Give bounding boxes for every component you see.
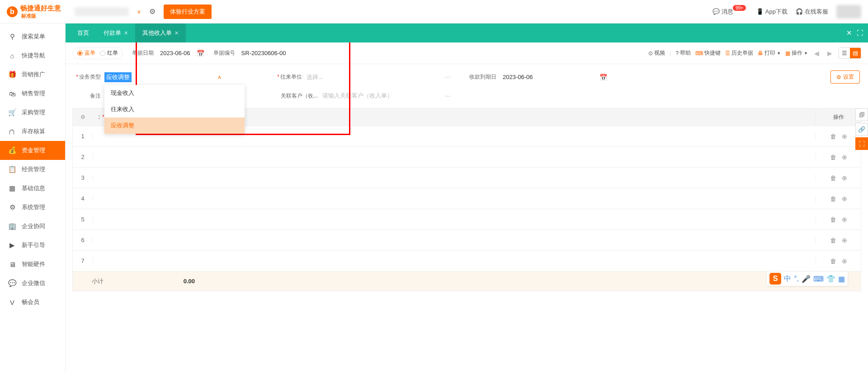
edge-note-icon[interactable]: 🗐 bbox=[855, 108, 868, 121]
sidebar-label: 畅会员 bbox=[22, 298, 39, 306]
ime-keyboard-icon[interactable]: ⌨ bbox=[813, 275, 824, 283]
sidebar-icon: ▦ bbox=[8, 184, 16, 192]
sidebar-item-8[interactable]: ▦基础信息 bbox=[0, 179, 65, 198]
table-row[interactable]: 7🗑⊕ bbox=[72, 251, 861, 271]
table-settings-icon[interactable]: ⚙ bbox=[73, 114, 93, 120]
related-customer-more-icon[interactable]: ⋯ bbox=[445, 93, 451, 99]
delete-icon[interactable]: 🗑 bbox=[830, 257, 836, 265]
calendar-icon[interactable]: 📅 bbox=[599, 74, 607, 81]
partner-more-icon[interactable]: ⋯ bbox=[445, 74, 451, 80]
dropdown-option-0[interactable]: 现金收入 bbox=[104, 85, 245, 101]
message-link[interactable]: 💬 消息 99+ bbox=[712, 8, 748, 16]
delete-icon[interactable]: 🗑 bbox=[830, 216, 836, 223]
delete-icon[interactable]: 🗑 bbox=[830, 237, 836, 244]
cta-button[interactable]: 体验行业方案 bbox=[164, 5, 212, 19]
copy-icon[interactable]: ⊕ bbox=[842, 154, 847, 161]
sidebar-item-1[interactable]: ⌂快捷导航 bbox=[0, 46, 65, 65]
table-row[interactable]: 4🗑⊕ bbox=[72, 188, 861, 209]
calendar-icon[interactable]: 📅 bbox=[197, 50, 204, 57]
sidebar-icon: V bbox=[8, 299, 16, 306]
shortcut-link[interactable]: ⌨快捷键 bbox=[695, 49, 721, 57]
ime-lang-icon[interactable]: 中 bbox=[784, 274, 791, 284]
dropdown-option-1[interactable]: 往来收入 bbox=[104, 101, 245, 117]
biz-type-select[interactable]: 应收调整 ∧ 现金收入往来收入应收调整 bbox=[104, 72, 222, 82]
sidebar-icon: ⚲ bbox=[8, 33, 16, 41]
table-row[interactable]: 2🗑⊕ bbox=[72, 147, 861, 168]
row-number: 1 bbox=[73, 133, 93, 140]
copy-icon[interactable]: ⊕ bbox=[842, 195, 847, 202]
sidebar-item-6[interactable]: 💰资金管理 bbox=[0, 141, 65, 160]
sidebar-label: 系统管理 bbox=[22, 203, 45, 211]
sidebar-item-12[interactable]: 🖥智能硬件 bbox=[0, 255, 65, 274]
close-icon[interactable]: ✕ bbox=[124, 30, 128, 36]
table-row[interactable]: 3🗑⊕ bbox=[72, 168, 861, 188]
delete-icon[interactable]: 🗑 bbox=[830, 133, 836, 140]
ime-menu-icon[interactable]: ▦ bbox=[838, 275, 845, 283]
tab-0[interactable]: 首页 bbox=[70, 23, 96, 42]
next-doc-icon[interactable]: ▶ bbox=[826, 50, 834, 57]
radio-blue[interactable]: 蓝单 bbox=[77, 49, 95, 57]
sidebar-icon: 🛍 bbox=[8, 90, 16, 98]
sidebar-item-4[interactable]: 🛒采购管理 bbox=[0, 103, 65, 122]
edge-link-icon[interactable]: 🔗 bbox=[855, 123, 868, 136]
gear-icon: ⚙ bbox=[836, 74, 841, 80]
related-customer-input[interactable] bbox=[321, 90, 430, 102]
ime-logo-icon[interactable]: S bbox=[769, 273, 781, 285]
settings-button[interactable]: ⚙设置 bbox=[830, 70, 860, 84]
tab-expand-icon[interactable]: ⛶ bbox=[857, 29, 863, 37]
operation-link[interactable]: ▦操作▼ bbox=[785, 49, 808, 57]
sidebar-item-9[interactable]: ⚙系统管理 bbox=[0, 198, 65, 217]
delete-icon[interactable]: 🗑 bbox=[830, 195, 836, 202]
edge-expand-icon[interactable]: ⛶ bbox=[855, 137, 868, 150]
tab-1[interactable]: 付款单✕ bbox=[96, 23, 135, 42]
radio-red[interactable]: 红单 bbox=[100, 49, 118, 57]
table-row[interactable]: 6🗑⊕ bbox=[72, 230, 861, 251]
view-grid-icon[interactable]: ▤ bbox=[850, 48, 861, 58]
sidebar-item-3[interactable]: 🛍销售管理 bbox=[0, 84, 65, 103]
row-number: 7 bbox=[73, 257, 93, 264]
print-link[interactable]: 🖶打印▼ bbox=[758, 49, 781, 57]
copy-icon[interactable]: ⊕ bbox=[842, 237, 847, 244]
sidebar-item-2[interactable]: 🎁营销推广 bbox=[0, 65, 65, 84]
view-list-icon[interactable]: ☰ bbox=[839, 48, 850, 58]
tab-2[interactable]: 其他收入单✕ bbox=[135, 23, 186, 42]
sidebar-item-11[interactable]: ▶新手引导 bbox=[0, 236, 65, 255]
copy-icon[interactable]: ⊕ bbox=[842, 174, 847, 182]
dropdown-option-2[interactable]: 应收调整 bbox=[104, 117, 245, 134]
table-row[interactable]: 5🗑⊕ bbox=[72, 209, 861, 230]
view-toggle: ☰ ▤ bbox=[839, 47, 861, 59]
copy-icon[interactable]: ⊕ bbox=[842, 257, 847, 265]
doc-date-value[interactable]: 2023-06-06 bbox=[160, 50, 190, 56]
org-name-blurred bbox=[75, 7, 129, 16]
ime-skin-icon[interactable]: 👕 bbox=[826, 275, 835, 283]
sidebar-item-14[interactable]: V畅会员 bbox=[0, 293, 65, 312]
user-avatar-blurred[interactable] bbox=[836, 5, 861, 19]
tab-close-all-icon[interactable]: ✕ bbox=[846, 29, 852, 37]
document-toolbar: 蓝单 红单 单据日期 2023-06-06 📅 单据编号 SR-20230606… bbox=[66, 42, 868, 64]
copy-icon[interactable]: ⊕ bbox=[842, 216, 847, 223]
history-link[interactable]: ☰历史单据 bbox=[725, 49, 753, 57]
delete-icon[interactable]: 🗑 bbox=[830, 154, 836, 161]
biz-type-label: *业务类型 bbox=[74, 73, 101, 81]
video-link[interactable]: ⊙视频 bbox=[648, 49, 665, 57]
close-icon[interactable]: ✕ bbox=[175, 30, 179, 36]
sidebar-item-10[interactable]: 🏢企业协同 bbox=[0, 217, 65, 236]
chevron-up-icon[interactable]: ∧ bbox=[217, 74, 222, 80]
sidebar-item-5[interactable]: ⛫库存核算 bbox=[0, 122, 65, 141]
due-date-value[interactable]: 2023-06-06 bbox=[503, 74, 533, 80]
settings-icon[interactable]: ⚙ bbox=[149, 7, 156, 16]
app-download-link[interactable]: 📱 App下载 bbox=[756, 8, 788, 16]
help-link[interactable]: ?帮助 bbox=[675, 49, 691, 57]
prev-doc-icon[interactable]: ◀ bbox=[812, 50, 821, 57]
sidebar-item-13[interactable]: 💬企业微信 bbox=[0, 274, 65, 293]
partner-input[interactable] bbox=[306, 71, 423, 83]
ime-punct-icon[interactable]: °, bbox=[794, 275, 799, 283]
online-service-link[interactable]: 🎧 在线客服 bbox=[796, 8, 828, 16]
delete-icon[interactable]: 🗑 bbox=[830, 174, 836, 182]
sidebar-item-7[interactable]: 📋经营管理 bbox=[0, 160, 65, 179]
sidebar-label: 企业协同 bbox=[22, 222, 45, 230]
sidebar-item-0[interactable]: ⚲搜索菜单 bbox=[0, 27, 65, 46]
copy-icon[interactable]: ⊕ bbox=[842, 133, 847, 140]
org-dropdown-icon[interactable]: ∨ bbox=[137, 9, 141, 15]
ime-mic-icon[interactable]: 🎤 bbox=[802, 275, 811, 283]
